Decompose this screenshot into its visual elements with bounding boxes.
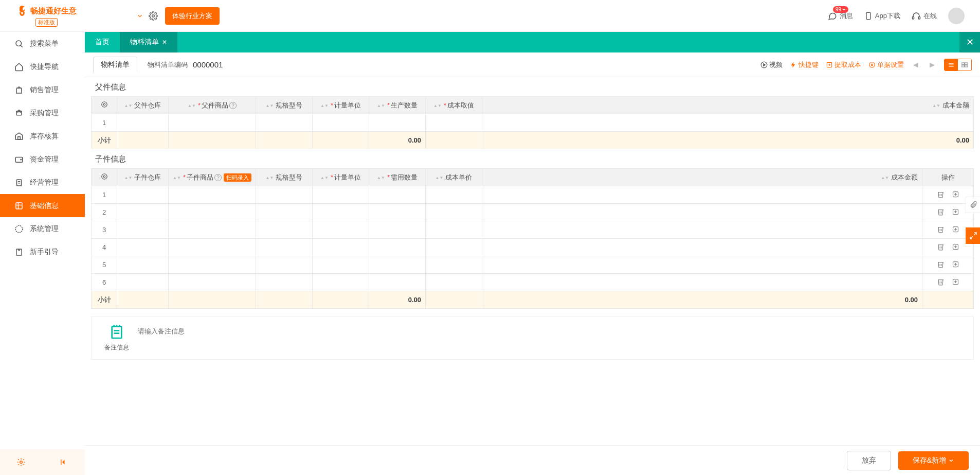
gear-icon[interactable] <box>149 11 158 21</box>
stock-icon <box>14 132 24 141</box>
child-row[interactable]: 5 <box>92 256 974 274</box>
shortcut-button[interactable]: 快捷键 <box>790 60 819 69</box>
col-parent-product[interactable]: ▲▼*父件商品? <box>169 97 256 114</box>
parent-section-title: 父件信息 <box>85 77 980 96</box>
col-parent-qty[interactable]: ▲▼*生产数量 <box>369 97 426 114</box>
svg-rect-54 <box>112 326 122 338</box>
prev-arrow-icon[interactable]: ◀ <box>911 61 920 68</box>
col-gear[interactable] <box>92 169 117 186</box>
child-row[interactable]: 6 <box>92 274 974 291</box>
settings-gear-icon[interactable] <box>16 458 26 467</box>
tabs-bar: 首页 物料清单✕ ✕ <box>85 32 980 52</box>
tab-home[interactable]: 首页 <box>85 32 120 52</box>
col-child-cost-amt[interactable]: ▲▼成本金额 <box>482 169 922 186</box>
delete-icon[interactable] <box>937 278 945 286</box>
svg-rect-19 <box>61 460 62 465</box>
app-download-button[interactable]: App下载 <box>864 11 900 21</box>
collapse-icon[interactable] <box>59 458 68 467</box>
chevron-down-icon <box>136 12 143 20</box>
col-parent-cost-fetch[interactable]: ▲▼*成本取值 <box>426 97 482 114</box>
parent-row-1[interactable]: 1 <box>92 114 974 132</box>
col-child-unit[interactable]: ▲▼*计量单位 <box>313 169 369 186</box>
notes-section: 备注信息 <box>91 316 974 360</box>
col-child-product[interactable]: ▲▼*子件商品?扫码录入 <box>169 169 256 186</box>
avatar[interactable] <box>948 8 965 24</box>
guide-icon <box>14 248 24 257</box>
child-row[interactable]: 1 <box>92 186 974 204</box>
svg-marker-21 <box>764 63 766 66</box>
notes-input[interactable] <box>135 324 966 352</box>
svg-point-16 <box>15 225 23 233</box>
messages-button[interactable]: 99 + 消息 <box>828 11 853 21</box>
svg-line-6 <box>21 45 23 47</box>
wallet-icon <box>14 155 24 164</box>
subtab-bom[interactable]: 物料清单 <box>93 57 137 73</box>
add-icon[interactable] <box>952 208 959 216</box>
next-arrow-icon[interactable]: ▶ <box>928 61 937 68</box>
help-icon[interactable]: ? <box>214 174 222 181</box>
tab-bom[interactable]: 物料清单✕ <box>120 32 177 52</box>
extract-cost-button[interactable]: 提取成本 <box>826 60 861 69</box>
sidebar-item-system[interactable]: 系统管理 <box>0 217 85 240</box>
sidebar-item-business[interactable]: 经营管理 <box>0 171 85 194</box>
delete-icon[interactable] <box>937 243 945 251</box>
col-child-warehouse[interactable]: ▲▼子件仓库 <box>117 169 169 186</box>
col-child-qty[interactable]: ▲▼*需用数量 <box>369 169 426 186</box>
view-list-button[interactable] <box>945 59 958 71</box>
delete-icon[interactable] <box>937 208 945 216</box>
sidebar-item-guide[interactable]: 新手引导 <box>0 240 85 263</box>
sidebar-item-search[interactable]: 搜索菜单 <box>0 32 85 55</box>
video-button[interactable]: 视频 <box>760 60 783 69</box>
cta-button[interactable]: 体验行业方案 <box>165 7 220 25</box>
content: 物料清单 物料清单编码 0000001 视频 快捷键 提取成本 单据设置 ◀ ▶ <box>85 52 980 475</box>
notes-label: 备注信息 <box>104 343 129 352</box>
cart-icon <box>14 109 24 118</box>
add-icon[interactable] <box>952 278 959 286</box>
add-icon[interactable] <box>952 225 959 233</box>
sidebar-item-basics[interactable]: 基础信息 <box>0 194 85 217</box>
add-icon[interactable] <box>952 190 959 198</box>
bill-settings-button[interactable]: 单据设置 <box>868 60 904 69</box>
attachment-handle[interactable] <box>966 197 980 213</box>
col-child-spec[interactable]: ▲▼规格型号 <box>256 169 313 186</box>
save-new-button[interactable]: 保存&新增 <box>898 451 969 470</box>
main: 首页 物料清单✕ ✕ 物料清单 物料清单编码 0000001 视频 快捷键 提取… <box>85 32 980 475</box>
svg-rect-31 <box>965 65 968 66</box>
delete-icon[interactable] <box>937 260 945 268</box>
scan-input-button[interactable]: 扫码录入 <box>224 173 251 182</box>
child-row[interactable]: 2 <box>92 204 974 221</box>
sidebar-item-sales[interactable]: 销售管理 <box>0 78 85 101</box>
sidebar-item-purchase[interactable]: 采购管理 <box>0 101 85 125</box>
svg-point-34 <box>103 175 105 178</box>
col-gear[interactable] <box>92 97 117 114</box>
sidebar: 搜索菜单 快捷导航 销售管理 采购管理 库存核算 资金管理 经营管理 基础信息 … <box>0 32 85 475</box>
tabs-close-all[interactable]: ✕ <box>959 32 980 52</box>
col-parent-warehouse[interactable]: ▲▼父件仓库 <box>117 97 169 114</box>
col-parent-cost-amt[interactable]: ▲▼成本金额 <box>482 97 974 114</box>
col-parent-spec[interactable]: ▲▼规格型号 <box>256 97 313 114</box>
sidebar-item-quicknav[interactable]: 快捷导航 <box>0 55 85 78</box>
expand-handle[interactable] <box>966 227 980 244</box>
footer-bar: 放弃 保存&新增 <box>85 445 980 475</box>
extract-icon <box>826 61 833 68</box>
delete-icon[interactable] <box>937 190 945 198</box>
svg-rect-29 <box>965 62 968 64</box>
svg-rect-13 <box>16 203 22 209</box>
svg-point-9 <box>21 159 22 160</box>
child-row[interactable]: 3 <box>92 221 974 239</box>
add-icon[interactable] <box>952 260 959 268</box>
delete-icon[interactable] <box>937 225 945 233</box>
tenant-selector[interactable] <box>108 11 158 21</box>
sidebar-item-finance[interactable]: 资金管理 <box>0 148 85 171</box>
col-parent-unit[interactable]: ▲▼*计量单位 <box>313 97 369 114</box>
help-icon[interactable]: ? <box>229 102 237 109</box>
child-row[interactable]: 4 <box>92 239 974 256</box>
close-icon[interactable]: ✕ <box>162 39 167 46</box>
discard-button[interactable]: 放弃 <box>847 451 891 470</box>
svg-point-23 <box>871 64 873 66</box>
add-icon[interactable] <box>952 243 959 251</box>
online-support-button[interactable]: 在线 <box>912 11 937 21</box>
col-child-unit-cost[interactable]: ▲▼成本单价 <box>426 169 482 186</box>
view-card-button[interactable] <box>958 59 971 71</box>
sidebar-item-inventory[interactable]: 库存核算 <box>0 125 85 148</box>
